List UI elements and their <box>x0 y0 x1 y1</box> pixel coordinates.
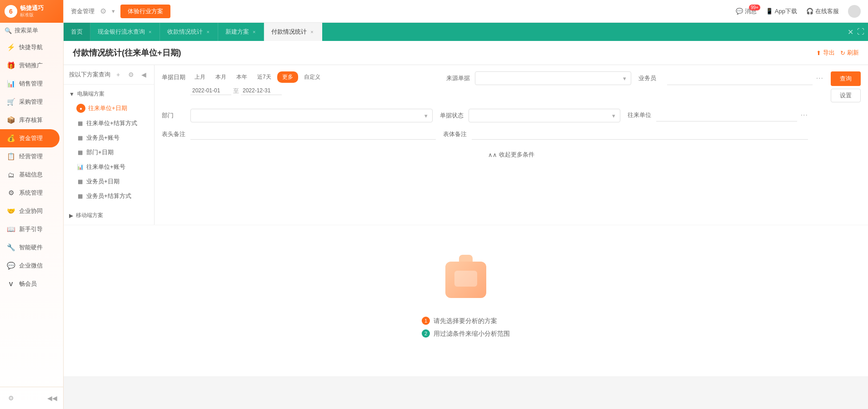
sidebar-item-basic-info[interactable]: 🗂 基础信息 <box>0 166 63 184</box>
sidebar-settings-btn[interactable]: ⚙ <box>5 392 17 404</box>
sidebar-item-purchase[interactable]: 🛒 采购管理 <box>0 93 63 111</box>
export-btn[interactable]: ⬆ 导出 <box>816 49 835 57</box>
sidebar-item-system[interactable]: ⚙ 系统管理 <box>0 184 63 202</box>
service-label: 在线客服 <box>815 7 839 15</box>
query-btn[interactable]: 查询 <box>831 71 861 86</box>
sidebar-item-label: 企业协同 <box>19 207 43 215</box>
message-btn[interactable]: 💬 消息 99+ <box>736 7 757 15</box>
tab-home[interactable]: 首页 <box>64 23 90 41</box>
settings-btn[interactable]: 设置 <box>831 89 861 102</box>
header-note-input[interactable] <box>190 129 436 140</box>
sidebar-item-label: 智能硬件 <box>19 243 43 252</box>
scheme-staff-date[interactable]: ▦ 业务员+日期 <box>64 174 154 189</box>
user-avatar[interactable] <box>848 5 861 18</box>
content-body: 按以下方案查询 + ⚙ ◀ ▼ 电脑端方案 ● 往来单位+日期 ▦ <box>64 65 868 225</box>
search-menu[interactable]: 🔍 搜索菜单 <box>0 23 63 38</box>
logo-sub: 标准版 <box>20 12 44 18</box>
date-last-month-btn[interactable]: 上月 <box>190 71 210 83</box>
hint-text-1: 请先选择要分析的方案 <box>434 314 497 327</box>
date-from-input[interactable] <box>190 86 231 95</box>
staff-dots-btn[interactable]: ··· <box>816 74 823 82</box>
active-scheme-icon: ● <box>76 104 85 113</box>
scheme-dept-date[interactable]: ▦ 部门+日期 <box>64 145 154 160</box>
tab-new-plan[interactable]: 新建方案 × <box>218 23 264 41</box>
scheme-staff-date-label: 业务员+日期 <box>86 177 120 186</box>
filter-area: 单据日期 上月 本月 本年 近7天 更多 自定义 <box>155 65 868 225</box>
tab-home-label: 首页 <box>71 28 83 36</box>
date-filter: 单据日期 上月 本月 本年 近7天 更多 自定义 <box>162 71 439 95</box>
vendor-dots-btn[interactable]: ··· <box>801 111 808 119</box>
desktop-group-toggle[interactable]: ▼ 电脑端方案 <box>64 87 154 101</box>
export-icon: ⬆ <box>816 50 821 56</box>
header-chevron-icon[interactable]: ▾ <box>112 8 115 15</box>
date-custom-btn[interactable]: 自定义 <box>300 71 324 83</box>
tab-bank-flow[interactable]: 现金银行流水查询 × <box>90 23 160 41</box>
scheme-staff-account[interactable]: ▦ 业务员+账号 <box>64 131 154 145</box>
app-download-btn[interactable]: 📱 App下载 <box>766 7 797 15</box>
scheme-panel-header: 按以下方案查询 + ⚙ ◀ <box>64 65 154 85</box>
scheme-panel: 按以下方案查询 + ⚙ ◀ ▼ 电脑端方案 ● 往来单位+日期 ▦ <box>64 65 155 225</box>
message-icon: 💬 <box>736 8 743 15</box>
scheme-vendor-date[interactable]: ● 往来单位+日期 <box>64 101 154 116</box>
member-icon: V <box>6 279 15 288</box>
date-to-input[interactable] <box>241 86 282 95</box>
sidebar-item-label: 资金管理 <box>19 134 43 142</box>
sidebar-item-hardware[interactable]: 🔧 智能硬件 <box>0 238 63 257</box>
sidebar-item-sales[interactable]: 📊 销售管理 <box>0 75 63 93</box>
sidebar-item-wechat[interactable]: 💬 企业微信 <box>0 257 63 275</box>
date-last7-btn[interactable]: 近7天 <box>253 71 275 83</box>
empty-state: 1 请先选择要分析的方案 2 用过滤条件来缩小分析范围 <box>64 225 868 376</box>
empty-illustration <box>439 262 493 307</box>
empty-hint-2: 2 用过滤条件来缩小分析范围 <box>422 327 510 340</box>
sidebar-item-quick-nav[interactable]: ⚡ 快捷导航 <box>0 38 63 56</box>
sidebar-item-member[interactable]: V 畅会员 <box>0 275 63 293</box>
date-this-year-btn[interactable]: 本年 <box>232 71 251 83</box>
robot-illustration <box>445 262 486 298</box>
doc-status-select[interactable]: ▾ <box>469 109 620 122</box>
scheme-collapse-btn[interactable]: ◀ <box>139 70 149 80</box>
service-btn[interactable]: 🎧 在线客服 <box>806 7 839 15</box>
tab-close-all-btn[interactable]: ✕ <box>848 28 853 36</box>
source-label: 来源单据 <box>446 74 471 82</box>
sidebar-item-label: 库存核算 <box>19 116 43 124</box>
tab-bank-flow-close[interactable]: × <box>148 29 152 35</box>
mobile-group-toggle[interactable]: ▶ 移动端方案 <box>64 209 154 222</box>
wechat-icon: 💬 <box>6 261 15 270</box>
sidebar-item-operations[interactable]: 📋 经营管理 <box>0 147 63 166</box>
staff-select[interactable] <box>667 71 813 85</box>
tab-bar: 首页 现金银行流水查询 × 收款情况统计 × 新建方案 × 付款情况统计 × ✕… <box>64 23 868 41</box>
sidebar-item-marketing[interactable]: 🎁 营销推广 <box>0 56 63 75</box>
header-settings-icon[interactable]: ⚙ <box>100 7 106 15</box>
tab-receipt-stats[interactable]: 收款情况统计 × <box>160 23 218 41</box>
date-more-btn[interactable]: 更多 <box>277 71 298 83</box>
sidebar-item-finance[interactable]: 💰 资金管理 <box>0 129 60 147</box>
vendor-filter: 往来单位 ··· <box>628 109 808 121</box>
scheme-vendor-account[interactable]: 📊 往来单位+账号 <box>64 160 154 174</box>
chevron-down-icon: ▼ <box>69 91 75 97</box>
trial-btn[interactable]: 体验行业方案 <box>120 5 170 18</box>
date-range-input: 至 <box>190 86 282 95</box>
tab-payment-stats[interactable]: 付款情况统计 × <box>264 23 322 41</box>
source-chevron-icon: ▾ <box>623 75 626 82</box>
scheme-settings-btn[interactable]: ⚙ <box>126 70 136 80</box>
tab-payment-stats-close[interactable]: × <box>309 29 314 35</box>
sidebar-item-guide[interactable]: 📖 新手引导 <box>0 220 63 238</box>
refresh-btn[interactable]: ↻ 刷新 <box>840 49 859 57</box>
tab-receipt-stats-close[interactable]: × <box>205 29 210 35</box>
body-note-input[interactable] <box>472 129 808 140</box>
source-filter: 来源单据 ▾ <box>446 71 631 85</box>
collapse-more-btn[interactable]: ∧∧ 收起更多条件 <box>162 146 861 163</box>
scheme-add-btn[interactable]: + <box>113 70 123 80</box>
tab-bank-flow-label: 现金银行流水查询 <box>98 28 145 36</box>
dept-select[interactable]: ▾ <box>190 109 433 122</box>
date-this-month-btn[interactable]: 本月 <box>211 71 230 83</box>
tab-expand-btn[interactable]: ⛶ <box>857 28 864 36</box>
sidebar-item-cooperation[interactable]: 🤝 企业协同 <box>0 202 63 220</box>
scheme-staff-payment[interactable]: ▦ 业务员+结算方式 <box>64 189 154 203</box>
source-select[interactable]: ▾ <box>475 71 631 85</box>
sidebar-collapse-btn[interactable]: ◀◀ <box>46 392 59 404</box>
scheme-vendor-payment[interactable]: ▦ 往来单位+结算方式 <box>64 116 154 131</box>
tab-new-plan-close[interactable]: × <box>252 29 256 35</box>
search-icon: 🔍 <box>5 27 12 34</box>
sidebar-item-inventory[interactable]: 📦 库存核算 <box>0 111 63 129</box>
